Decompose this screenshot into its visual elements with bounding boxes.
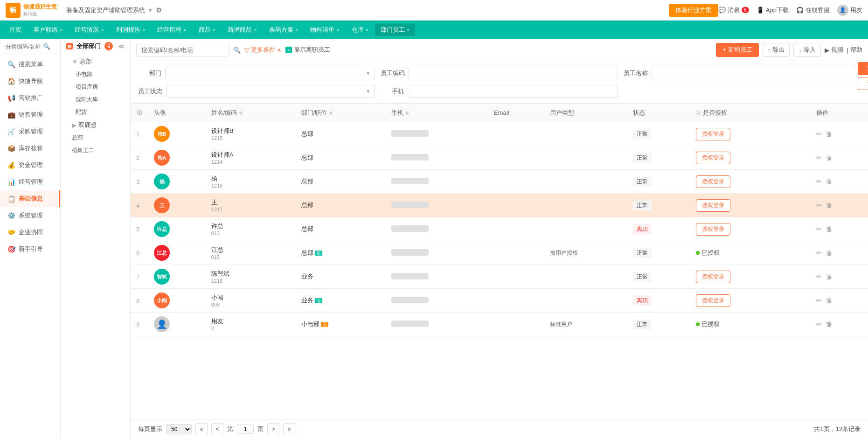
col-dept[interactable]: 部门/职位 ⇅ (296, 104, 386, 122)
auth-login-button[interactable]: 授权登录 (696, 152, 730, 164)
delete-icon[interactable]: 🗑 (826, 273, 832, 280)
edit-icon[interactable]: ✏ (816, 178, 822, 185)
close-icon[interactable]: × (183, 27, 186, 33)
sidebar-item-operation[interactable]: 📊 经营管理 (0, 174, 60, 190)
export-button[interactable]: ↑ 导出 (763, 43, 790, 57)
close-icon[interactable]: × (60, 27, 62, 33)
sidebar-item-finance[interactable]: 💰 资金管理 (0, 157, 60, 174)
video-button[interactable]: ▶ 视频 (825, 46, 843, 54)
auth-login-button[interactable]: 授权登录 (696, 199, 730, 212)
delete-icon[interactable]: 🗑 (826, 225, 832, 233)
add-employee-button[interactable]: + 新增员工 (716, 43, 758, 57)
close-icon[interactable]: × (142, 27, 145, 33)
close-icon[interactable]: × (366, 27, 368, 33)
sidebar-item-marketing[interactable]: 📢 营销推广 (0, 90, 60, 106)
tab-barcode[interactable]: 条码方案× (264, 24, 304, 36)
close-icon[interactable]: × (407, 27, 410, 33)
online-service-item[interactable]: 🎧 在线客服 (796, 6, 830, 14)
delete-icon[interactable]: 🗑 (826, 297, 832, 304)
delete-icon[interactable]: 🗑 (826, 178, 832, 185)
close-icon[interactable]: × (213, 27, 215, 33)
delete-icon[interactable]: 🗑 (826, 202, 832, 209)
set-button[interactable]: 设置 (858, 77, 868, 90)
all-dept-header[interactable]: ⊞ 全部部门 6 ≪ (61, 39, 130, 53)
settings-icon[interactable]: ⚙ (156, 6, 162, 14)
more-filter-button[interactable]: ▽ 更多条件 ∧ (244, 46, 282, 54)
dept-item-small-elec[interactable]: 小电部 (64, 68, 130, 81)
dept-item-distribution[interactable]: 配货 (64, 106, 130, 118)
tab-home[interactable]: 首页 (4, 24, 27, 36)
sidebar-item-search[interactable]: 🔍 搜索菜单 (0, 56, 60, 73)
auth-login-button[interactable]: 授权登录 (696, 175, 730, 188)
edit-icon[interactable]: ✏ (816, 297, 822, 304)
employee-code-input[interactable] (409, 67, 618, 79)
sidebar-item-collab[interactable]: 🤝 企业协同 (0, 224, 60, 241)
auth-login-button[interactable]: 授权登录 (696, 294, 730, 307)
sidebar-search-input[interactable] (6, 43, 43, 50)
status-select[interactable]: ▾ (166, 85, 375, 98)
page-number-input[interactable] (237, 425, 254, 434)
edit-icon[interactable]: ✏ (816, 202, 822, 209)
tab-business[interactable]: 经营情况× (69, 24, 109, 36)
tab-bom[interactable]: 物料清单× (305, 24, 345, 36)
delete-icon[interactable]: 🗑 (826, 321, 832, 328)
dropdown-icon[interactable]: ▾ (149, 7, 152, 14)
import-button[interactable]: ↓ 导入 (793, 43, 821, 57)
sidebar-item-purchase[interactable]: 🛒 采购管理 (0, 123, 60, 140)
try-plan-button[interactable]: 体验行业方案 (669, 4, 718, 17)
message-item[interactable]: 💬 消息 6 (718, 6, 749, 14)
edit-icon[interactable]: ✏ (816, 249, 822, 257)
dept-item-plant[interactable]: 植树王二 (61, 144, 130, 157)
help-button[interactable]: | 帮助 (847, 46, 862, 54)
close-icon[interactable]: × (254, 27, 257, 33)
tab-dept-staff[interactable]: 部门员工× (375, 24, 415, 36)
edit-icon[interactable]: ✏ (816, 225, 822, 233)
user-item[interactable]: 👤 用友 (837, 5, 862, 16)
tab-profit[interactable]: 利润报告× (111, 24, 151, 36)
settings-icon[interactable]: ⚙ (136, 109, 143, 117)
sidebar-item-basic-info[interactable]: 📋 基础信息 (0, 190, 60, 207)
next-page-button[interactable]: > (267, 423, 279, 435)
collapse-all-icon[interactable]: ≪ (118, 43, 125, 50)
sidebar-item-nav[interactable]: 🏠 快捷导航 (0, 73, 60, 90)
close-icon[interactable]: × (336, 27, 339, 33)
search-icon[interactable]: 🔍 (233, 47, 241, 54)
auth-login-button[interactable]: 授权登录 (696, 271, 730, 283)
tab-goods[interactable]: 商品× (193, 24, 221, 36)
first-page-button[interactable]: « (195, 423, 208, 435)
dept-item-hq[interactable]: 总部 (61, 132, 130, 144)
edit-icon[interactable]: ✏ (816, 321, 822, 328)
sidebar-item-guide[interactable]: 🎯 新手引导 (0, 241, 60, 258)
edit-icon[interactable]: ✏ (816, 273, 822, 280)
delete-icon[interactable]: 🗑 (826, 130, 832, 138)
employee-name-input[interactable] (652, 67, 861, 79)
query-button[interactable]: 查询 (858, 62, 868, 75)
tab-customer[interactable]: 客户联络× (28, 24, 68, 36)
auth-login-button[interactable]: 授权登录 (696, 128, 730, 140)
sidebar-search-icon[interactable]: 🔍 (43, 43, 50, 50)
dept-item-project[interactable]: 项目库房 (64, 81, 130, 93)
col-settings[interactable]: ⚙ (131, 104, 148, 122)
auth-login-button[interactable]: 授权登录 (696, 223, 730, 236)
tab-warehouse[interactable]: 仓库× (346, 24, 374, 36)
app-download-item[interactable]: 📱 App下载 (757, 6, 789, 14)
dept-double[interactable]: ▶ 双鹿想 (64, 118, 130, 132)
prev-page-button[interactable]: < (211, 423, 223, 435)
col-phone[interactable]: 手机 ⇅ (386, 104, 488, 122)
close-icon[interactable]: × (101, 27, 104, 33)
col-name[interactable]: 姓名/编码 ⇅ (206, 104, 296, 122)
dept-select[interactable]: ▾ (165, 67, 375, 79)
edit-icon[interactable]: ✏ (816, 154, 822, 161)
dept-item-shenyang[interactable]: 沈阳大库 (64, 93, 130, 106)
last-page-button[interactable]: » (283, 423, 295, 435)
phone-input[interactable] (408, 85, 618, 98)
edit-icon[interactable]: ✏ (816, 130, 822, 138)
delete-icon[interactable]: 🗑 (826, 249, 832, 257)
search-input[interactable] (136, 44, 229, 56)
delete-icon[interactable]: 🗑 (826, 154, 832, 161)
page-size-select[interactable]: 50 20 100 (166, 424, 192, 434)
sidebar-item-sales[interactable]: 💼 销售管理 (0, 106, 60, 123)
sidebar-item-system[interactable]: ⚙️ 系统管理 (0, 207, 60, 224)
sidebar-item-inventory[interactable]: 📦 库存核算 (0, 140, 60, 157)
tab-history[interactable]: 经营历程× (152, 24, 192, 36)
